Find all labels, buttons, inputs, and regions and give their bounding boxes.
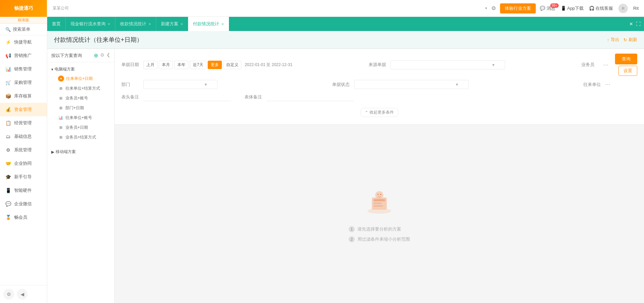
salesperson-ellipsis[interactable]: ··· — [603, 61, 608, 68]
filter-area: 单据日期 上月 本月 本年 近7天 更多 自定义 2022-01-01 至 20… — [115, 49, 644, 125]
scheme-item-counterpart-account[interactable]: 📊 往来单位+账号 — [51, 113, 110, 123]
tab-receipt-stats[interactable]: 收款情况统计 ✕ — [115, 17, 156, 31]
tab-bank-flow[interactable]: 现金银行流水查询 ✕ — [66, 17, 115, 31]
empty-state: 1 请先选择要分析的方案 2 用过滤条件来缩小分析范围 — [115, 125, 644, 303]
sidebar-item-system[interactable]: ⚙ 系统管理 — [0, 143, 47, 157]
finance-icon: 💰 — [5, 106, 11, 113]
refresh-btn[interactable]: ↻ 刷新 — [623, 37, 637, 43]
mobile-scheme-group-title[interactable]: ▶ 移动端方案 — [51, 148, 110, 156]
sidebar-item-operations[interactable]: 📋 经营管理 — [0, 116, 47, 130]
tab-new-scheme[interactable]: 新建方案 ✕ — [156, 17, 188, 31]
quick-nav-icon: ⚡ — [5, 39, 11, 46]
sidebar-item-marketing[interactable]: 📢 营销推广 — [0, 49, 47, 62]
left-panel-title: 按以下方案查询 — [51, 53, 82, 59]
refresh-icon: ↻ — [623, 37, 627, 42]
query-btn[interactable]: 查询 — [615, 54, 637, 64]
topbar-right: 💬 消息 99+ 📱 App下载 🎧 在线客服 R Rit — [540, 4, 639, 13]
source-select[interactable]: ▾ — [390, 60, 505, 69]
chevron-right-icon: ▶ — [51, 150, 54, 154]
expand-tab-icon[interactable]: ⛶ — [636, 21, 641, 27]
sidebar-item-label: 销售管理 — [14, 66, 32, 72]
collapse-btn[interactable]: ⌃ 收起更多条件 — [360, 108, 398, 117]
counterpart-ellipsis[interactable]: ··· — [605, 81, 610, 88]
close-all-tabs-icon[interactable]: ✕ — [629, 21, 633, 27]
date-btn-7days[interactable]: 近7天 — [190, 61, 206, 69]
sidebar-item-sales[interactable]: 📊 销售管理 — [0, 62, 47, 76]
scheme-item-salesperson-settlement[interactable]: ⊞ 业务员+结算方式 — [51, 132, 110, 142]
sidebar-collapse-btn[interactable]: ◀ — [17, 289, 28, 300]
app-download-btn[interactable]: 📱 App下载 — [561, 5, 584, 11]
export-btn[interactable]: ↑ 导出 — [607, 37, 620, 43]
sidebar-nav: ⚡ 快捷导航 📢 营销推广 📊 销售管理 🛒 采购管理 📦 库存核算 💰 资金管… — [0, 35, 47, 224]
online-service-btn[interactable]: 🎧 在线客服 — [589, 5, 613, 11]
date-btn-this-year[interactable]: 本年 — [174, 61, 188, 69]
panel-collapse-icon[interactable]: ❮ — [107, 52, 110, 59]
date-btn-custom[interactable]: 自定义 — [223, 61, 241, 69]
tab-payment-stats[interactable]: 付款情况统计 ✕ — [188, 17, 229, 31]
topbar-gear-icon[interactable]: ⚙ — [491, 5, 496, 11]
desktop-scheme-group: ▾ 电脑端方案 ● 往来单位+日期 ⊞ 往来单位+结算方式 ⊞ 业务员+账号 — [47, 62, 114, 145]
header-note-input[interactable] — [143, 93, 231, 101]
sidebar-item-member[interactable]: 🏅 畅会员 — [0, 211, 47, 224]
sidebar-item-basic[interactable]: 🗂 基础信息 — [0, 130, 47, 143]
topbar: 某某公司 ▾ ⚙ 体验行业方案 💬 消息 99+ 📱 App下载 🎧 在线客服 … — [47, 0, 644, 17]
active-scheme-icon: ● — [58, 75, 64, 82]
voucher-status-select[interactable]: ▾ — [354, 80, 469, 89]
scheme-settings-icon[interactable]: ⚙ — [100, 52, 105, 59]
date-btn-last-month[interactable]: 上月 — [143, 61, 157, 69]
breadcrumb: 某某公司 — [53, 5, 481, 11]
trial-btn[interactable]: 体验行业方案 — [500, 3, 536, 13]
date-btn-this-month[interactable]: 本月 — [159, 61, 173, 69]
sidebar-search-label: 搜索菜单 — [13, 26, 30, 32]
sidebar-item-hardware[interactable]: 📱 智能硬件 — [0, 184, 47, 197]
sidebar-item-label: 采购管理 — [14, 80, 32, 86]
sidebar-item-inventory[interactable]: 📦 库存核算 — [0, 89, 47, 103]
table-icon: ⊞ — [58, 105, 63, 111]
sidebar-item-guide[interactable]: 🎓 新手引导 — [0, 170, 47, 184]
scheme-item-salesperson-account[interactable]: ⊞ 业务员+账号 — [51, 93, 110, 103]
tab-home[interactable]: 首页 — [47, 17, 66, 31]
tab-payment-stats-close-icon[interactable]: ✕ — [221, 22, 224, 26]
scheme-item-counterpart-settlement[interactable]: ⊞ 往来单位+结算方式 — [51, 84, 110, 93]
tab-payment-stats-label: 付款情况统计 — [193, 21, 219, 27]
table-icon: ⊞ — [58, 135, 63, 140]
cooperation-icon: 🤝 — [5, 160, 11, 167]
tab-new-scheme-close-icon[interactable]: ✕ — [180, 22, 183, 26]
tab-new-scheme-label: 新建方案 — [161, 21, 178, 27]
sidebar-search[interactable]: 🔍 搜索菜单 — [0, 24, 47, 35]
tab-receipt-stats-close-icon[interactable]: ✕ — [148, 22, 151, 26]
scheme-item-salesperson-date[interactable]: ⊞ 业务员+日期 — [51, 123, 110, 132]
body-note-input[interactable] — [266, 93, 354, 101]
svg-rect-2 — [374, 199, 385, 201]
tab-bank-flow-close-icon[interactable]: ✕ — [108, 22, 110, 26]
inventory-icon: 📦 — [5, 93, 11, 99]
sidebar-settings-btn[interactable]: ⚙ — [3, 289, 14, 300]
sidebar-item-wechat[interactable]: 💬 企业微信 — [0, 197, 47, 211]
sidebar-version: 标准版 — [0, 17, 47, 24]
dept-select[interactable]: ▾ — [143, 80, 217, 89]
sidebar-item-finance[interactable]: 💰 资金管理 — [0, 103, 47, 116]
sidebar-item-cooperation[interactable]: 🤝 企业协同 — [0, 157, 47, 170]
filter-settings-btn[interactable]: 设置 — [618, 66, 637, 76]
date-btn-more[interactable]: 更多 — [208, 61, 222, 69]
add-scheme-icon[interactable]: ⊕ — [94, 52, 98, 59]
sidebar-item-purchase[interactable]: 🛒 采购管理 — [0, 76, 47, 89]
table-icon: ⊞ — [58, 125, 63, 130]
table-icon: ⊞ — [58, 86, 63, 91]
mobile-scheme-group: ▶ 移动端方案 — [47, 145, 114, 159]
left-panel: 按以下方案查询 ⊕ ⚙ ❮ ▾ 电脑端方案 ● 往来单位+日期 — [47, 49, 115, 303]
query-settings-col: 查询 设置 — [615, 54, 637, 76]
sidebar-item-quick-nav[interactable]: ⚡ 快捷导航 — [0, 35, 47, 49]
username[interactable]: Rit — [633, 6, 639, 11]
left-panel-header-actions: ⊕ ⚙ ❮ — [94, 52, 110, 59]
hint-num-2: 2 — [349, 236, 355, 242]
desktop-scheme-group-title[interactable]: ▾ 电脑端方案 — [51, 65, 110, 73]
purchase-icon: 🛒 — [5, 79, 11, 86]
scheme-item-counterpart-date[interactable]: ● 往来单位+日期 — [51, 73, 110, 84]
user-avatar[interactable]: R — [618, 4, 628, 13]
scheme-item-dept-date[interactable]: ⊞ 部门+日期 — [51, 103, 110, 113]
guide-icon: 🎓 — [5, 174, 11, 180]
date-range-display: 2022-01-01 至 2022-12-31 — [245, 62, 292, 68]
messages-btn[interactable]: 💬 消息 99+ — [540, 5, 555, 11]
counterpart-label: 往来单位 — [583, 82, 605, 88]
